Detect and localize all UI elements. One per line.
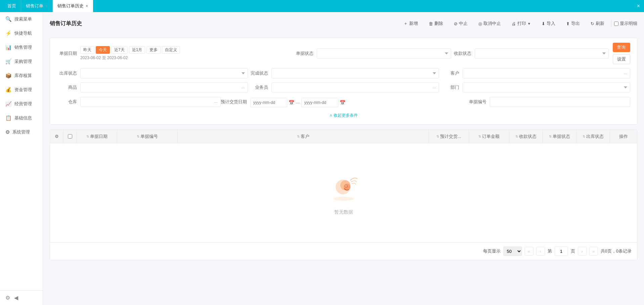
prev-page-button[interactable]: ‹ [536, 247, 545, 256]
date-buttons: 昨天 今天 近7天 近1月 更多 自定义 [80, 46, 293, 54]
order-status-select[interactable] [317, 48, 451, 59]
delivery-date-from-cal-icon[interactable]: 📅 [289, 100, 294, 105]
operations-icon: 📈 [5, 101, 12, 107]
date-btn-7days[interactable]: 近7天 [111, 46, 128, 54]
import-button[interactable]: ⬇ 导入 [538, 19, 559, 28]
main-layout: 🔍 搜索菜单 ⚡ 快捷导航 📊 销售管理 🛒 采购管理 📦 库存核算 💰 资金管… [0, 12, 644, 305]
date-btn-custom[interactable]: 自定义 [162, 46, 180, 54]
th-settings[interactable]: ⚙ [50, 130, 63, 143]
department-select[interactable] [463, 82, 630, 92]
collapse-icon: ∧ [329, 113, 334, 118]
product-input[interactable] [83, 85, 241, 90]
sidebar-item-inventory[interactable]: 📦 库存核算 [0, 69, 43, 83]
settings-button[interactable]: 设置 [613, 54, 630, 64]
tab-sales-order[interactable]: 销售订单 × [21, 0, 53, 12]
add-button[interactable]: ＋ 新增 [399, 19, 422, 28]
filter-customer: 客户 ··· [439, 68, 630, 78]
customer-input[interactable] [466, 71, 624, 76]
delivery-date-from[interactable] [250, 98, 287, 107]
sidebar-item-sys-mgmt[interactable]: ⚙ 系统管理 [0, 125, 43, 139]
th-amount[interactable]: ⇅ 订单金额 [469, 130, 509, 143]
export-button[interactable]: ⬆ 导出 [562, 19, 584, 28]
page-number-input[interactable] [555, 246, 568, 256]
sidebar-item-sales-mgmt[interactable]: 📊 销售管理 [0, 40, 43, 54]
order-no-input[interactable] [490, 97, 630, 107]
salesperson-input[interactable] [274, 85, 432, 90]
query-settings-col: 查询 设置 [613, 43, 630, 64]
warehouse-input[interactable] [83, 100, 214, 105]
delivery-date-to[interactable] [301, 98, 338, 107]
table-header: ⚙ ⇅ 单据日期 ⇅ 单据编号 ⇅ 客户 ⇅ [50, 130, 637, 143]
customer-input-wrap: ··· [463, 68, 630, 78]
sidebar-item-purchase-mgmt[interactable]: 🛒 采购管理 [0, 54, 43, 69]
show-cols-checkbox[interactable] [614, 22, 618, 26]
sidebar-item-quick-nav[interactable]: ⚡ 快捷导航 [0, 26, 43, 40]
date-btn-yesterday[interactable]: 昨天 [80, 46, 94, 54]
delivery-date-to-cal-icon[interactable]: 📅 [340, 100, 345, 105]
close-sales-order-tab[interactable]: × [45, 4, 48, 8]
th-action: 操作 [610, 130, 637, 143]
filter-outbound-status: 出库状态 [57, 68, 248, 78]
th-delivery[interactable]: ⇅ 预计交货... [429, 130, 469, 143]
warehouse-more-icon[interactable]: ··· [214, 100, 218, 105]
settings-bottom-icon[interactable]: ⚙ [5, 295, 10, 301]
sidebar-item-finance[interactable]: 💰 资金管理 [0, 83, 43, 97]
import-icon: ⬇ [542, 21, 545, 26]
sidebar-item-operations[interactable]: 📈 经营管理 [0, 97, 43, 111]
date-btn-today[interactable]: 今天 [96, 46, 110, 54]
sort-amount-icon: ⇅ [478, 135, 481, 138]
next-page-button[interactable]: › [578, 247, 587, 256]
refresh-button[interactable]: ↻ 刷新 [587, 19, 608, 28]
customer-more-icon[interactable]: ··· [624, 71, 627, 76]
show-cols-checkbox-label[interactable]: 显示明细 [614, 21, 637, 27]
th-customer[interactable]: ⇅ 客户 [178, 130, 429, 143]
product-label: 商品 [57, 84, 80, 90]
th-date[interactable]: ⇅ 单据日期 [77, 130, 117, 143]
select-all-checkbox[interactable] [68, 134, 72, 139]
cancel-stop-button[interactable]: ◎ 取消中止 [474, 19, 505, 28]
tab-home[interactable]: 首页 [3, 0, 21, 12]
close-sales-order-history-tab[interactable]: × [86, 4, 88, 8]
sort-delivery-icon: ⇅ [436, 135, 439, 138]
collapse-row[interactable]: ∧ 收起更多条件 [57, 111, 630, 120]
filter-completion-status: 完成状态 [248, 68, 439, 78]
window-close-button[interactable]: × [636, 2, 641, 10]
outbound-status-select[interactable] [80, 68, 248, 78]
per-page-select[interactable]: 50 100 200 [503, 246, 522, 256]
export-icon: ⬆ [566, 21, 570, 26]
order-status-label: 单据状态 [293, 50, 317, 56]
sort-outbound-icon: ⇅ [583, 135, 585, 138]
sidebar-item-base-info[interactable]: 📋 基础信息 [0, 111, 43, 125]
tab-sales-order-history[interactable]: 销售订单历史 × [53, 0, 93, 12]
sidebar-item-search[interactable]: 🔍 搜索菜单 [0, 12, 43, 26]
th-checkbox[interactable] [63, 130, 77, 143]
product-more-icon[interactable]: ··· [241, 85, 245, 90]
first-page-button[interactable]: « [525, 247, 533, 256]
delete-button[interactable]: 🗑 删除 [425, 19, 447, 28]
stop-button[interactable]: ⊘ 中止 [450, 19, 472, 28]
base-info-icon: 📋 [5, 115, 12, 121]
payment-status-select[interactable] [475, 48, 609, 59]
filter-panel: 单据日期 昨天 今天 近7天 近1月 更多 自定义 2023-06-02 至 2… [50, 38, 637, 125]
date-btn-1month[interactable]: 近1月 [129, 46, 145, 54]
query-button[interactable]: 查询 [613, 43, 630, 52]
th-order-no[interactable]: ⇅ 单据编号 [117, 130, 178, 143]
completion-status-select[interactable] [271, 68, 439, 78]
salesperson-more-icon[interactable]: ··· [432, 85, 436, 90]
delivery-date-inputs: 📅 — 📅 [250, 98, 345, 107]
total-info: 共0页，0条记录 [601, 248, 632, 254]
print-button[interactable]: 🖨 打印 ▼ [508, 19, 535, 28]
page-header: 销售订单历史 ＋ 新增 🗑 删除 ⊘ 中止 ◎ 取消中止 [50, 19, 637, 33]
th-outbound-status[interactable]: ⇅ 出库状态 [576, 130, 610, 143]
th-order-status[interactable]: ⇅ 单据状态 [543, 130, 576, 143]
filter-order-status: 单据状态 [293, 48, 451, 59]
table-panel: ⚙ ⇅ 单据日期 ⇅ 单据编号 ⇅ 客户 ⇅ [50, 129, 637, 260]
th-payment-status[interactable]: ⇅ 收款状态 [509, 130, 543, 143]
date-btn-more[interactable]: 更多 [146, 46, 161, 54]
last-page-button[interactable]: » [589, 247, 598, 256]
collapse-sidebar-icon[interactable]: ◀ [14, 295, 18, 301]
toolbar: ＋ 新增 🗑 删除 ⊘ 中止 ◎ 取消中止 🖨 打印 [399, 19, 637, 28]
sort-customer-icon: ⇅ [297, 135, 300, 138]
order-no-label: 单据编号 [466, 99, 490, 105]
sort-payment-icon: ⇅ [515, 135, 518, 138]
